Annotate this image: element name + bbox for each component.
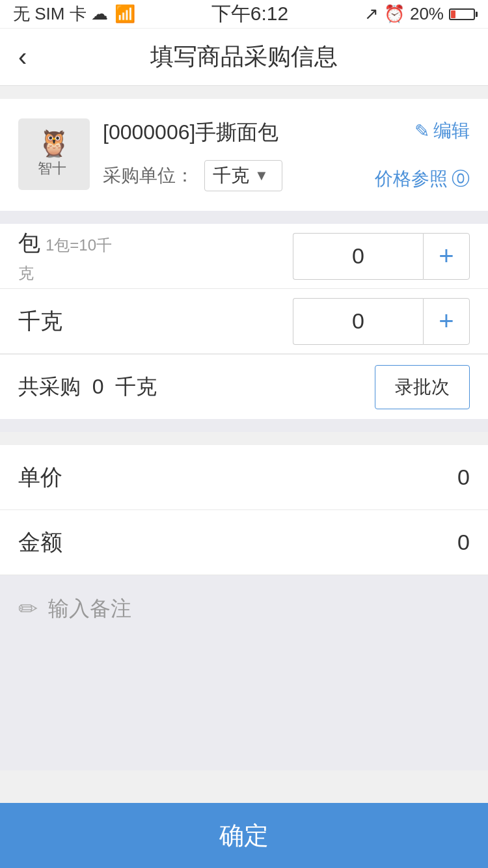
- note-placeholder-text: 输入备注: [48, 595, 131, 623]
- alarm-icon: ⏰: [384, 4, 405, 24]
- kg-input-wrapper: +: [293, 298, 470, 345]
- kg-plus-button[interactable]: +: [423, 298, 470, 345]
- help-icon: ⓪: [452, 167, 470, 191]
- total-prefix: 共采购: [18, 375, 81, 398]
- edit-button[interactable]: ✎ 编辑: [414, 118, 470, 143]
- amount-row: 金额 0: [0, 510, 488, 575]
- dropdown-arrow-icon: ▼: [254, 167, 269, 184]
- total-amount: 0: [92, 375, 104, 398]
- nav-bar: ‹ 填写商品采购信息: [0, 29, 488, 86]
- status-left: 无 SIM 卡 ☁ 📶: [13, 3, 135, 25]
- bag-plus-button[interactable]: +: [423, 233, 470, 280]
- unit-price-row: 单价 0: [0, 445, 488, 510]
- bag-input-wrapper: +: [293, 233, 470, 280]
- divider-2: [0, 419, 488, 432]
- price-ref-button[interactable]: 价格参照 ⓪: [375, 167, 470, 191]
- owl-text: 智十: [38, 159, 70, 178]
- status-time: 下午6:12: [211, 1, 288, 27]
- kg-label: 千克: [18, 306, 122, 336]
- price-ref-label: 价格参照: [375, 167, 448, 191]
- pencil-icon: ✏: [18, 595, 38, 623]
- unit-price-label: 单价: [18, 463, 457, 493]
- input-section: 包1包=10千克 + 千克 +: [0, 224, 488, 354]
- product-card: 🦉 智十 [0000006]手撕面包 采购单位： 千克 ▼ ✎ 编辑 价格参照 …: [0, 99, 488, 211]
- status-bar: 无 SIM 卡 ☁ 📶 下午6:12 ↗ ⏰ 20%: [0, 0, 488, 29]
- total-suffix: 千克: [115, 375, 157, 398]
- divider-1: [0, 211, 488, 224]
- edit-label: 编辑: [433, 118, 470, 143]
- kg-input-row: 千克 +: [0, 289, 488, 354]
- owl-icon: 🦉: [38, 130, 70, 156]
- unit-label: 采购单位：: [103, 163, 194, 188]
- edit-icon: ✎: [414, 120, 429, 142]
- confirm-button[interactable]: 确定: [0, 803, 488, 868]
- bag-input[interactable]: [293, 233, 423, 280]
- bag-input-row: 包1包=10千克 +: [0, 224, 488, 289]
- total-row: 共采购 0 千克 录批次: [0, 354, 488, 419]
- product-image: 🦉 智十: [18, 118, 90, 190]
- unit-price-value: 0: [457, 465, 470, 490]
- location-icon: ↗: [364, 4, 379, 24]
- amount-label: 金额: [18, 528, 457, 558]
- battery-fill: [451, 10, 455, 18]
- battery-icon: [449, 8, 475, 20]
- wifi-icon: 📶: [115, 4, 135, 24]
- total-text: 共采购 0 千克: [18, 373, 157, 401]
- unit-select[interactable]: 千克 ▼: [204, 160, 282, 191]
- note-placeholder: ✏ 输入备注: [18, 595, 470, 623]
- amount-value: 0: [457, 530, 470, 555]
- batch-button[interactable]: 录批次: [375, 365, 470, 409]
- page-title: 填写商品采购信息: [150, 41, 338, 73]
- status-right: ↗ ⏰ 20%: [364, 4, 475, 24]
- note-section[interactable]: ✏ 输入备注: [0, 575, 488, 770]
- no-sim-label: 无 SIM 卡 ☁: [13, 3, 108, 25]
- unit-value: 千克: [213, 163, 249, 188]
- battery-label: 20%: [410, 4, 444, 24]
- info-section: 单价 0 金额 0: [0, 445, 488, 575]
- back-button[interactable]: ‹: [18, 42, 27, 72]
- kg-input[interactable]: [293, 298, 423, 345]
- bag-label: 包1包=10千克: [18, 228, 122, 284]
